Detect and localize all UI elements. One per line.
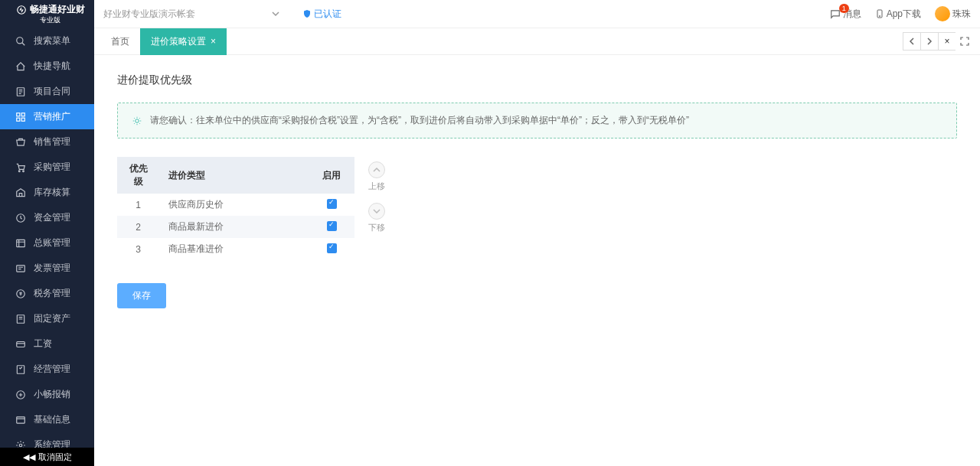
svg-point-10: [23, 170, 24, 171]
verified-badge: 已认证: [302, 8, 341, 21]
table-row[interactable]: 2商品最新进价: [117, 216, 354, 238]
sidebar-item-13[interactable]: 经营管理: [0, 357, 94, 382]
svg-rect-7: [17, 118, 20, 121]
logo: 畅捷通好业财 专业版: [0, 0, 94, 28]
sidebar-item-2[interactable]: 项目合同: [0, 79, 94, 104]
checkbox[interactable]: [327, 243, 337, 253]
user-menu[interactable]: 珠珠: [935, 6, 971, 21]
chevron-down-icon: [272, 10, 279, 18]
svg-rect-19: [17, 416, 25, 422]
app-download-button[interactable]: App下载: [875, 8, 921, 21]
sidebar-item-10[interactable]: 税务管理: [0, 281, 94, 306]
tab-close-all-button[interactable]: ×: [938, 32, 956, 51]
svg-rect-17: [17, 365, 24, 373]
sidebar-icon: [15, 61, 26, 72]
sidebar-icon: [15, 314, 26, 324]
svg-rect-6: [21, 112, 24, 116]
sidebar-icon: [15, 238, 26, 249]
sidebar-icon: [15, 288, 26, 299]
tab-active-label: 进价策略设置: [151, 35, 206, 48]
svg-point-9: [18, 170, 20, 171]
sidebar-item-3[interactable]: 营销推广: [0, 104, 94, 129]
logo-sub: 专业版: [40, 15, 60, 25]
sidebar-item-label: 工资: [34, 337, 52, 350]
sidebar-item-label: 总账管理: [34, 236, 70, 249]
sidebar: 搜索菜单快捷导航项目合同营销推广销售管理采购管理库存核算资金管理总账管理发票管理…: [0, 28, 94, 466]
sidebar-item-label: 发票管理: [34, 262, 70, 275]
chevron-down-icon: [368, 203, 385, 220]
sidebar-icon: [15, 36, 26, 47]
sidebar-item-15[interactable]: 基础信息: [0, 407, 94, 432]
sidebar-item-12[interactable]: 工资: [0, 331, 94, 357]
sidebar-item-label: 基础信息: [34, 413, 70, 426]
messages-button[interactable]: 消息 1: [830, 8, 861, 21]
sidebar-item-7[interactable]: 资金管理: [0, 205, 94, 230]
sidebar-icon: [15, 137, 26, 148]
avatar: [935, 6, 950, 21]
sidebar-pin-toggle[interactable]: ◀◀ 取消固定: [0, 448, 94, 466]
chevron-up-icon: [368, 161, 385, 178]
svg-rect-5: [17, 112, 20, 116]
page-title: 进价提取优先级: [117, 73, 957, 87]
env-selector[interactable]: 好业财专业版演示帐套: [103, 8, 279, 21]
cell-type: 供应商历史价: [159, 194, 309, 216]
fullscreen-button[interactable]: [956, 32, 974, 51]
sidebar-item-0[interactable]: 搜索菜单: [0, 28, 94, 54]
user-name: 珠珠: [952, 8, 971, 21]
table-row[interactable]: 3商品基准进价: [117, 238, 354, 260]
tab-price-strategy[interactable]: 进价策略设置 ×: [140, 28, 227, 55]
svg-rect-16: [17, 341, 25, 347]
logo-icon: [16, 5, 27, 15]
move-up-button[interactable]: 上移: [368, 161, 385, 192]
sidebar-item-label: 营销推广: [34, 110, 70, 123]
cell-type: 商品基准进价: [159, 238, 309, 260]
move-down-label: 下移: [368, 222, 385, 233]
cell-type: 商品最新进价: [159, 216, 309, 238]
phone-icon: [875, 8, 884, 19]
verified-text: 已认证: [314, 8, 341, 21]
sidebar-icon: [15, 86, 26, 97]
sidebar-item-5[interactable]: 采购管理: [0, 155, 94, 180]
svg-point-2: [879, 16, 880, 17]
sidebar-item-label: 快捷导航: [34, 60, 70, 73]
tab-bar: 首页 进价策略设置 × ×: [94, 28, 980, 55]
sidebar-item-label: 固定资产: [34, 312, 70, 325]
sidebar-item-8[interactable]: 总账管理: [0, 230, 94, 256]
top-header: 畅捷通好业财 专业版 好业财专业版演示帐套 已认证 消息 1: [0, 0, 980, 28]
cell-enable: [309, 238, 354, 260]
checkbox[interactable]: [327, 221, 337, 231]
checkbox[interactable]: [327, 199, 337, 209]
move-down-button[interactable]: 下移: [368, 203, 385, 233]
sidebar-item-label: 采购管理: [34, 161, 70, 174]
tab-prev-button[interactable]: [903, 32, 921, 51]
svg-rect-12: [17, 240, 25, 246]
tab-next-button[interactable]: [920, 32, 939, 51]
col-enable: 启用: [309, 157, 354, 194]
sidebar-item-9[interactable]: 发票管理: [0, 256, 94, 281]
svg-rect-8: [21, 118, 24, 121]
table-row[interactable]: 1供应商历史价: [117, 194, 354, 216]
col-priority: 优先级: [117, 157, 159, 194]
env-name: 好业财专业版演示帐套: [103, 8, 195, 21]
sidebar-item-label: 搜索菜单: [34, 34, 70, 47]
logo-title: 畅捷通好业财: [30, 3, 85, 16]
svg-point-21: [136, 119, 139, 122]
sidebar-item-14[interactable]: 小畅报销: [0, 382, 94, 407]
sidebar-item-label: 库存核算: [34, 186, 70, 199]
tab-controls: ×: [903, 32, 974, 51]
sidebar-item-label: 销售管理: [34, 135, 70, 148]
close-icon[interactable]: ×: [211, 36, 216, 47]
sidebar-icon: [15, 415, 26, 425]
sidebar-item-6[interactable]: 库存核算: [0, 180, 94, 205]
sidebar-item-11[interactable]: 固定资产: [0, 306, 94, 331]
notice-text: 请您确认：往来单位中的供应商“采购报价含税”设置，为“含税”，取到进价后将自动带…: [150, 114, 689, 127]
move-up-label: 上移: [368, 181, 385, 192]
sidebar-item-1[interactable]: 快捷导航: [0, 54, 94, 79]
sidebar-item-label: 资金管理: [34, 211, 70, 224]
save-button[interactable]: 保存: [117, 283, 166, 308]
sidebar-icon: [15, 213, 26, 223]
sidebar-item-4[interactable]: 销售管理: [0, 129, 94, 155]
sidebar-icon: [15, 187, 26, 198]
tab-home[interactable]: 首页: [100, 28, 140, 55]
priority-table: 优先级 进价类型 启用 1供应商历史价2商品最新进价3商品基准进价: [117, 157, 354, 260]
